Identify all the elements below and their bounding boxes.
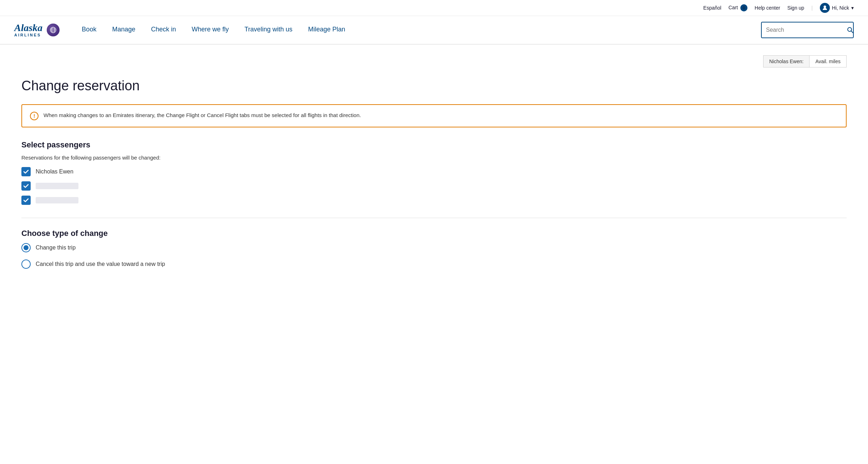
nav-check-in[interactable]: Check in bbox=[143, 16, 184, 44]
search-box bbox=[761, 22, 854, 38]
nav-links: Book Manage Check in Where we fly Travel… bbox=[74, 16, 761, 44]
passenger-item-2 bbox=[21, 181, 847, 191]
top-utility-bar: Español Cart 0 Help center Sign up | Hi,… bbox=[0, 0, 868, 16]
warning-box: ! When making changes to an Emirates iti… bbox=[21, 104, 847, 127]
passenger-2-checkbox[interactable] bbox=[21, 181, 31, 191]
nav-traveling-with-us[interactable]: Traveling with us bbox=[237, 16, 300, 44]
nav-book[interactable]: Book bbox=[74, 16, 104, 44]
select-passengers-title: Select passengers bbox=[21, 140, 847, 150]
page-content: Nicholas Ewen: Avail. miles Change reser… bbox=[0, 45, 868, 464]
passenger-3-name bbox=[36, 197, 78, 203]
warning-icon: ! bbox=[30, 112, 39, 120]
miles-widget: Nicholas Ewen: Avail. miles bbox=[763, 55, 847, 67]
radio-change-trip[interactable]: Change this trip bbox=[21, 243, 847, 252]
svg-point-0 bbox=[823, 6, 826, 8]
separator: | bbox=[811, 5, 813, 11]
search-input[interactable] bbox=[762, 22, 842, 37]
miles-name-label: Nicholas Ewen: bbox=[764, 56, 810, 67]
passenger-list: Nicholas Ewen bbox=[21, 167, 847, 205]
radio-cancel-trip[interactable]: Cancel this trip and use the value towar… bbox=[21, 259, 847, 269]
user-section[interactable]: Hi, Nick ▾ bbox=[820, 3, 854, 13]
passenger-3-checkbox[interactable] bbox=[21, 196, 31, 205]
nav-where-we-fly[interactable]: Where we fly bbox=[184, 16, 236, 44]
radio-change-label: Change this trip bbox=[36, 244, 76, 251]
logo-section: Alaska AIRLINES bbox=[14, 23, 60, 37]
select-passengers-subtitle: Reservations for the following passenger… bbox=[21, 155, 847, 161]
alaska-wordmark: Alaska bbox=[14, 23, 42, 33]
warning-text: When making changes to an Emirates itine… bbox=[44, 111, 361, 120]
emirates-globe-icon bbox=[47, 24, 60, 36]
search-button[interactable] bbox=[842, 22, 854, 37]
radio-cancel-outer bbox=[21, 259, 31, 269]
section-divider bbox=[21, 218, 847, 218]
page-title: Change reservation bbox=[21, 78, 847, 94]
alaska-logo[interactable]: Alaska AIRLINES bbox=[14, 23, 42, 37]
passenger-item-3 bbox=[21, 196, 847, 205]
airlines-text: AIRLINES bbox=[14, 33, 42, 37]
espanol-link[interactable]: Español bbox=[703, 5, 721, 11]
choose-type-title: Choose type of change bbox=[21, 229, 847, 238]
cart-link[interactable]: Cart 0 bbox=[729, 4, 747, 11]
main-nav: Alaska AIRLINES Book Manage Check in Whe… bbox=[0, 16, 868, 45]
radio-cancel-label: Cancel this trip and use the value towar… bbox=[36, 261, 165, 267]
miles-value: Avail. miles bbox=[810, 56, 846, 67]
user-avatar-icon bbox=[820, 3, 830, 13]
radio-group: Change this trip Cancel this trip and us… bbox=[21, 243, 847, 269]
user-greeting: Hi, Nick bbox=[832, 5, 849, 11]
chevron-down-icon: ▾ bbox=[851, 5, 854, 11]
passenger-1-name: Nicholas Ewen bbox=[36, 168, 73, 175]
nav-mileage-plan[interactable]: Mileage Plan bbox=[300, 16, 353, 44]
passenger-item-1: Nicholas Ewen bbox=[21, 167, 847, 176]
sign-up-link[interactable]: Sign up bbox=[787, 5, 804, 11]
passenger-1-checkbox[interactable] bbox=[21, 167, 31, 176]
radio-change-outer bbox=[21, 243, 31, 252]
svg-line-7 bbox=[851, 31, 853, 33]
nav-manage[interactable]: Manage bbox=[104, 16, 143, 44]
help-center-link[interactable]: Help center bbox=[755, 5, 780, 11]
passenger-2-name bbox=[36, 183, 78, 189]
radio-change-inner bbox=[24, 245, 29, 250]
miles-bar: Nicholas Ewen: Avail. miles bbox=[21, 55, 847, 67]
cart-badge: 0 bbox=[740, 4, 747, 11]
